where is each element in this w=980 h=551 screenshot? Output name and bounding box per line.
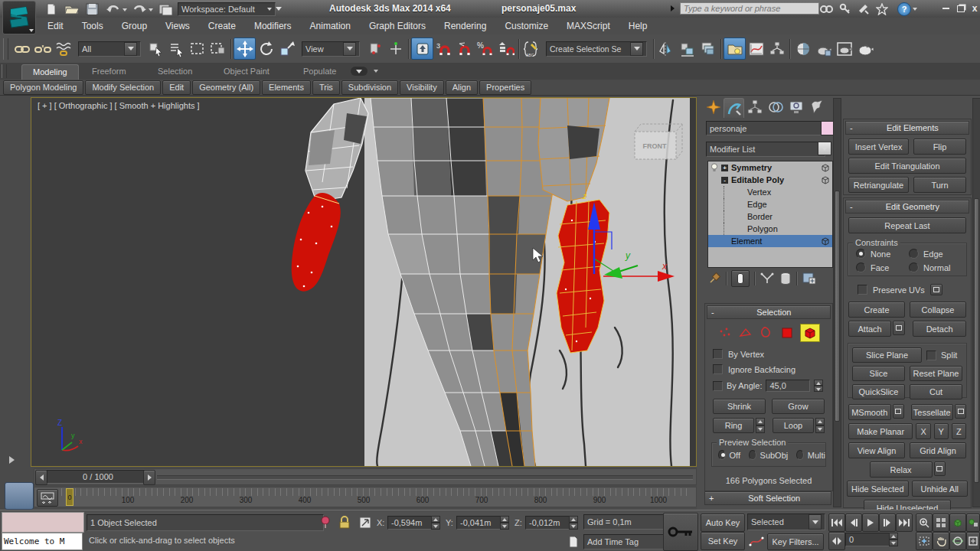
stack-row-symmetry[interactable]: + Symmetry xyxy=(708,161,832,174)
msmooth-settings-button[interactable] xyxy=(893,404,904,419)
viewport-layout-expand-arrow[interactable] xyxy=(9,456,15,464)
make-planar-y-button[interactable]: Y xyxy=(934,423,949,439)
preserve-uvs-settings-button[interactable] xyxy=(930,284,942,295)
menu-maxscript[interactable]: MAXScript xyxy=(557,19,619,33)
selection-rollout-header[interactable]: -Selection xyxy=(707,305,831,319)
unlink-selection-icon[interactable] xyxy=(32,38,53,59)
scene-explorer-toggle[interactable] xyxy=(724,37,746,60)
viewport[interactable]: x y z FRONT Z y x [ + ] [ Orthog xyxy=(31,97,697,467)
ribbon-tab-freeform[interactable]: Freeform xyxy=(81,67,137,76)
new-file-icon[interactable] xyxy=(44,3,58,15)
percent-snap-toggle-icon[interactable]: % xyxy=(475,38,495,59)
go-to-end-button[interactable] xyxy=(896,514,913,532)
key-mode-toggle-button[interactable] xyxy=(828,532,845,550)
save-file-icon[interactable] xyxy=(86,3,99,15)
menu-create[interactable]: Create xyxy=(199,19,245,33)
maximize-viewport-toggle[interactable] xyxy=(966,532,980,550)
panel-subdivision[interactable]: Subdivision xyxy=(341,80,398,95)
redo-icon[interactable] xyxy=(132,3,147,15)
make-planar-x-button[interactable]: X xyxy=(916,423,930,439)
panel-edit[interactable]: Edit xyxy=(162,80,191,95)
render-production-icon[interactable] xyxy=(854,38,875,59)
preserve-uvs-checkbox[interactable] xyxy=(858,285,867,295)
object-name-field[interactable]: personaje xyxy=(706,121,825,135)
tab-motion[interactable] xyxy=(765,98,786,116)
subscription-key-icon[interactable] xyxy=(839,3,851,15)
set-key-button[interactable]: Set Key xyxy=(701,532,745,550)
constraint-normal-radio[interactable] xyxy=(909,262,919,272)
loop-spinner[interactable] xyxy=(815,418,825,433)
make-planar-button[interactable]: Make Planar xyxy=(848,423,913,439)
keyboard-shortcut-override-toggle[interactable] xyxy=(411,37,433,60)
undo-dropdown-arrow[interactable] xyxy=(122,8,127,11)
panel-column-scrollbar[interactable] xyxy=(833,98,841,507)
show-end-result-toggle[interactable] xyxy=(731,270,750,287)
pin-stack-icon[interactable] xyxy=(707,272,721,285)
time-slider-track[interactable] xyxy=(157,475,693,480)
layer-manager-icon[interactable] xyxy=(697,38,718,59)
ignore-backfacing-row[interactable]: Ignore Backfacing xyxy=(713,364,832,374)
preview-subobj-radio[interactable] xyxy=(749,450,756,460)
viewport-canvas[interactable]: x y z FRONT Z y x xyxy=(31,98,696,466)
orbit-button[interactable] xyxy=(949,532,966,550)
command-panel-scrollbar[interactable] xyxy=(972,98,980,507)
slice-button[interactable]: Slice xyxy=(852,366,905,381)
next-frame-button[interactable] xyxy=(879,514,896,532)
select-and-link-icon[interactable] xyxy=(11,38,32,59)
undo-icon[interactable] xyxy=(106,3,121,15)
zoom-button[interactable] xyxy=(916,514,933,532)
menu-rendering[interactable]: Rendering xyxy=(435,19,495,33)
time-back-button[interactable] xyxy=(35,470,47,485)
cut-button[interactable]: Cut xyxy=(910,384,962,399)
collapse-button[interactable]: Collapse xyxy=(910,302,966,318)
expand-box[interactable]: + xyxy=(721,165,728,171)
lightbulb-icon[interactable] xyxy=(710,163,718,172)
vertex-mode-icon[interactable] xyxy=(717,325,733,341)
toolbar-overflow-arrow[interactable] xyxy=(671,5,675,11)
y-coord-spinner[interactable] xyxy=(500,516,509,530)
schematic-view-icon[interactable] xyxy=(766,38,787,59)
maxscript-mini-listener-white[interactable]: Welcome to M xyxy=(2,533,83,550)
menu-views[interactable]: Views xyxy=(156,19,199,33)
angle-snap-toggle-icon[interactable] xyxy=(454,38,475,59)
make-unique-icon[interactable] xyxy=(760,272,775,285)
absolute-offset-toggle-icon[interactable] xyxy=(358,516,372,530)
panel-geometry-all[interactable]: Geometry (All) xyxy=(192,80,260,95)
add-time-tag-field[interactable]: Add Time Tag xyxy=(583,534,665,549)
loop-button[interactable]: Loop xyxy=(773,418,814,433)
stack-row-edge[interactable]: Edge xyxy=(724,198,832,210)
zoom-extents-all-button[interactable] xyxy=(966,514,980,532)
select-and-rotate-icon[interactable] xyxy=(256,38,276,59)
zoom-region-button[interactable] xyxy=(916,532,933,550)
curve-editor-icon[interactable] xyxy=(746,38,766,59)
play-button[interactable] xyxy=(862,514,879,532)
grow-button[interactable]: Grow xyxy=(772,399,825,414)
bind-to-space-warp-icon[interactable] xyxy=(53,38,74,59)
modifier-list-dropdown[interactable]: Modifier List xyxy=(706,142,825,157)
tab-display[interactable] xyxy=(786,98,806,116)
tessellate-settings-button[interactable] xyxy=(955,404,966,419)
flip-button[interactable]: Flip xyxy=(913,139,966,155)
modifier-list-arrow[interactable] xyxy=(818,142,831,155)
constraint-none-radio[interactable] xyxy=(856,249,866,259)
menu-group[interactable]: Group xyxy=(113,19,156,33)
relax-button[interactable]: Relax xyxy=(870,461,933,478)
remove-modifier-icon[interactable] xyxy=(779,272,792,285)
shrink-button[interactable]: Shrink xyxy=(713,399,766,414)
zoom-extents-button[interactable] xyxy=(949,514,966,532)
open-file-icon[interactable] xyxy=(64,3,80,15)
tab-modify[interactable] xyxy=(724,98,744,118)
configure-modifier-sets-icon[interactable] xyxy=(802,272,817,285)
toolbar-grip[interactable] xyxy=(3,38,8,60)
x-coord-spinner[interactable] xyxy=(431,516,440,530)
create-button[interactable]: Create xyxy=(848,302,905,318)
hide-selected-button[interactable]: Hide Selected xyxy=(847,481,909,497)
tessellate-button[interactable]: Tessellate xyxy=(911,404,954,420)
viewport-label[interactable]: [ + ] [ Orthographic ] [ Smooth + Highli… xyxy=(38,101,200,110)
edge-mode-icon[interactable] xyxy=(738,325,753,341)
select-and-manipulate-icon[interactable] xyxy=(385,38,406,59)
ribbon-grip[interactable] xyxy=(2,64,7,78)
reset-plane-button[interactable]: Reset Plane xyxy=(910,366,962,381)
by-angle-checkbox[interactable] xyxy=(713,381,723,391)
search-history-icon[interactable] xyxy=(819,3,833,15)
